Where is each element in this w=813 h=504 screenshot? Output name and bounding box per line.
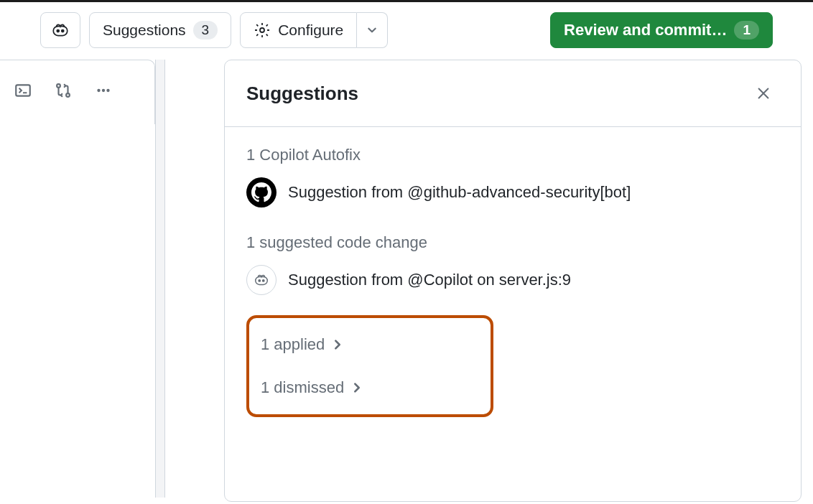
configure-button[interactable]: Configure bbox=[240, 12, 357, 48]
svg-point-8 bbox=[102, 89, 105, 92]
terminal-button[interactable] bbox=[7, 75, 39, 106]
panel-header: Suggestions bbox=[225, 60, 801, 127]
codechange-suggestion-text: Suggestion from @Copilot on server.js:9 bbox=[288, 271, 571, 289]
configure-label: Configure bbox=[278, 22, 343, 39]
suggestions-panel: Suggestions 1 Copilot Autofix bbox=[224, 60, 802, 502]
suggestions-button[interactable]: Suggestions 3 bbox=[89, 12, 231, 48]
chevron-right-icon bbox=[332, 339, 343, 350]
autofix-suggestion-row[interactable]: Suggestion from @github-advanced-securit… bbox=[246, 177, 779, 207]
close-icon bbox=[756, 85, 771, 101]
svg-point-12 bbox=[263, 280, 264, 281]
git-compare-button[interactable] bbox=[47, 75, 79, 106]
left-column bbox=[0, 60, 220, 504]
layout: Suggestions 1 Copilot Autofix bbox=[0, 60, 813, 504]
panel-title: Suggestions bbox=[246, 83, 358, 105]
github-avatar bbox=[246, 177, 277, 207]
chevron-right-icon bbox=[351, 382, 363, 393]
git-compare-icon bbox=[54, 81, 73, 100]
svg-point-9 bbox=[106, 89, 109, 92]
terminal-icon bbox=[14, 81, 32, 100]
gear-icon bbox=[254, 22, 271, 39]
configure-dropdown-button[interactable] bbox=[357, 12, 388, 48]
svg-point-3 bbox=[260, 28, 264, 32]
svg-point-5 bbox=[57, 84, 60, 88]
svg-rect-4 bbox=[16, 85, 30, 95]
autofix-suggestion-text: Suggestion from @github-advanced-securit… bbox=[288, 183, 631, 202]
suggestions-label: Suggestions bbox=[103, 22, 186, 39]
copilot-icon bbox=[51, 21, 70, 39]
more-button[interactable] bbox=[88, 75, 119, 106]
applied-label: 1 applied bbox=[261, 335, 325, 354]
codechange-section-label: 1 suggested code change bbox=[246, 233, 779, 252]
svg-point-2 bbox=[62, 30, 64, 32]
dismissed-row[interactable]: 1 dismissed bbox=[261, 374, 479, 401]
caret-down-icon bbox=[367, 25, 377, 35]
autofix-section-label: 1 Copilot Autofix bbox=[246, 146, 779, 164]
svg-point-6 bbox=[66, 93, 70, 97]
svg-point-11 bbox=[259, 280, 260, 281]
kebab-icon bbox=[94, 81, 113, 100]
svg-point-7 bbox=[97, 89, 100, 92]
review-commit-button[interactable]: Review and commit… 1 bbox=[550, 12, 773, 48]
suggestions-count-badge: 3 bbox=[193, 21, 218, 39]
copilot-icon bbox=[254, 272, 269, 288]
github-mark-icon bbox=[251, 182, 271, 202]
panel-body: 1 Copilot Autofix Suggestion from @githu… bbox=[225, 127, 801, 436]
review-commit-count-badge: 1 bbox=[734, 21, 759, 39]
copilot-button[interactable] bbox=[40, 12, 80, 48]
toolbar: Suggestions 3 Configure Review and commi… bbox=[0, 2, 813, 60]
left-rail bbox=[0, 60, 155, 124]
highlight-box: 1 applied 1 dismissed bbox=[246, 315, 493, 417]
review-commit-label: Review and commit… bbox=[564, 21, 727, 39]
vertical-divider[interactable] bbox=[155, 60, 165, 498]
svg-point-1 bbox=[57, 30, 59, 32]
close-button[interactable] bbox=[748, 78, 779, 109]
configure-button-group: Configure bbox=[240, 12, 388, 48]
dismissed-label: 1 dismissed bbox=[261, 378, 344, 397]
applied-row[interactable]: 1 applied bbox=[261, 331, 479, 358]
copilot-avatar bbox=[246, 265, 277, 295]
codechange-suggestion-row[interactable]: Suggestion from @Copilot on server.js:9 bbox=[246, 265, 779, 295]
